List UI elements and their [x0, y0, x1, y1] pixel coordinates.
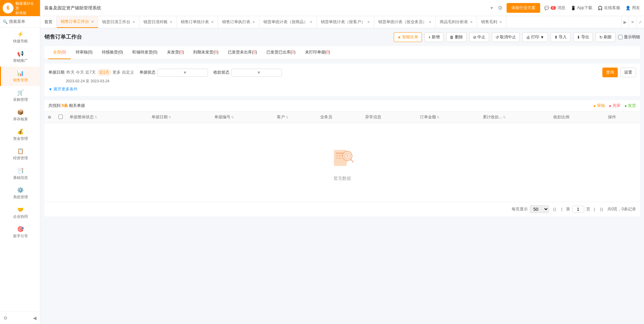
industry-btn[interactable]: 体验行业方案 — [507, 3, 540, 13]
sidebar-search[interactable]: 🔍 搜索菜单 — [0, 16, 40, 28]
tab-sales-exec[interactable]: 销售订单执行表 ✕ — [218, 16, 259, 28]
sort-icon-number: ⇅ — [231, 115, 234, 119]
filter-tab-pending-audit[interactable]: 待审核(0) — [71, 46, 97, 59]
tab-close-cash-daily[interactable]: ✕ — [132, 20, 135, 24]
tab-close-all-btn[interactable]: ✕ — [629, 16, 636, 28]
settings-bottom-icon[interactable]: ⚙ — [3, 315, 8, 321]
expand-filter-btn[interactable]: ▼ 展开更多条件 — [48, 86, 636, 92]
filter-tab-wangpu-pending[interactable]: 旺铺待发货(0) — [128, 46, 162, 59]
table-audit-btn[interactable]: ● 审核 — [593, 103, 605, 109]
settings-filter-btn[interactable]: 设置 — [620, 68, 636, 77]
sidebar-item-system[interactable]: ⚙️ 系统管理 — [0, 184, 40, 203]
smart-create-btn[interactable]: ★ 智能生单 — [394, 32, 422, 42]
app-download-btn[interactable]: 📱 App下载 — [571, 5, 592, 11]
tab-close-sales-summary-product[interactable]: ✕ — [310, 20, 312, 24]
date-7days[interactable]: 近7天 — [85, 70, 96, 75]
orders-table: ⚙ 单据整体状态 ⇅ — [44, 112, 640, 202]
filter-tab-not-printed[interactable]: 未打印单据(0) — [300, 46, 335, 59]
filter-tab-all[interactable]: 全部(0) — [48, 46, 71, 59]
filter-tab-shipped-out[interactable]: 已发货已出库(0) — [262, 46, 300, 59]
table-ship-btn[interactable]: ● 发货 — [625, 103, 636, 109]
filter-tab-not-shipped[interactable]: 未发货(0) — [162, 46, 189, 59]
page-first-btn[interactable]: ⟨⟨ — [552, 206, 558, 212]
select-all-checkbox[interactable] — [58, 115, 63, 119]
sidebar-item-operations[interactable]: 📋 经营管理 — [0, 145, 40, 164]
sort-collected[interactable]: 累计收款... ⇅ — [483, 114, 547, 120]
sort-customer[interactable]: 客户 ⇅ — [277, 114, 313, 120]
sort-amount[interactable]: 订单金额 ⇅ — [420, 114, 476, 120]
sidebar-item-purchase[interactable]: 🛒 采购管理 — [0, 86, 40, 106]
headset-icon: 🎧 — [598, 6, 603, 10]
date-more[interactable]: 更多 — [113, 70, 121, 75]
tab-sales-profit[interactable]: 销售毛利 ✕ — [477, 16, 506, 28]
tab-cash-reconcile[interactable]: 钱货日清对账 ✕ — [139, 16, 177, 28]
cancel-stop-btn[interactable]: ↺ 取消中止 — [492, 32, 520, 42]
date-custom[interactable]: 自定义 — [122, 70, 134, 75]
sort-status[interactable]: 单据整体状态 ⇅ — [70, 114, 145, 120]
tab-close-cash-reconcile[interactable]: ✕ — [170, 20, 172, 24]
delete-btn[interactable]: 🗑 删除 — [446, 32, 467, 42]
page-last-btn[interactable]: ⟩⟩ — [599, 206, 605, 212]
tab-close-sales-summary-staff[interactable]: ✕ — [429, 20, 431, 24]
online-service-btn[interactable]: 🎧 在线客服 — [598, 5, 620, 11]
sidebar-item-finance[interactable]: 💰 资金管理 — [0, 125, 40, 145]
show-detail-input[interactable] — [618, 35, 622, 39]
tab-home[interactable]: 首页 — [40, 16, 57, 28]
tab-sales-summary-product[interactable]: 销货单统计表（按商品） ✕ — [259, 16, 317, 28]
tab-close-gross-profit[interactable]: ✕ — [470, 20, 473, 24]
page-prev-btn[interactable]: ⟨ — [560, 206, 564, 212]
sidebar-item-enterprise[interactable]: 🤝 企业协同 — [0, 203, 40, 222]
tab-close-sales-stat[interactable]: ✕ — [211, 20, 214, 24]
gear-icon[interactable]: ⚙ — [498, 5, 503, 11]
collapse-icon[interactable]: ◀ — [33, 315, 37, 321]
date-range-display: 2023-02-24 至 2023-03-24 — [48, 79, 636, 84]
col-operation: 操作 — [605, 112, 640, 123]
tab-sales-stat[interactable]: 销售订单统计表 ✕ — [177, 16, 218, 28]
svg-line-7 — [351, 159, 353, 162]
sort-number[interactable]: 单据编号 ⇅ — [214, 114, 270, 120]
page-size-select[interactable]: 20 50 100 — [530, 205, 549, 213]
col-settings-icon[interactable]: ⚙ — [48, 115, 51, 120]
table-cancel-audit-btn[interactable]: ● 充审 — [609, 103, 620, 109]
tab-close-sales-summary-customer[interactable]: ✕ — [367, 20, 370, 24]
sidebar-item-basic-info[interactable]: 📑 基础信息 — [0, 164, 40, 184]
date-yesterday[interactable]: 昨天 — [67, 70, 75, 75]
search-btn[interactable]: 查询 — [602, 68, 618, 77]
filter-tab-pending-inspect[interactable]: 待拣验货(0) — [97, 46, 128, 59]
refresh-btn[interactable]: ↻ 刷新 — [596, 32, 615, 42]
tab-sales-summary-staff[interactable]: 销货单统计表（按业务员） ✕ — [374, 16, 436, 28]
filter-tab-shipped-not-out[interactable]: 已发货未出库(0) — [223, 46, 262, 59]
table-scroll: ⚙ 单据整体状态 ⇅ — [44, 112, 640, 202]
tab-cash-daily[interactable]: 钱货日清工作台 ✕ — [98, 16, 139, 28]
page-next-btn[interactable]: ⟩ — [592, 206, 597, 212]
import-btn[interactable]: ⬆ 导入 — [551, 32, 570, 42]
date-1month[interactable]: 近1月 — [97, 69, 112, 76]
tab-close-sales-workbench[interactable]: ✕ — [91, 20, 94, 24]
tab-scroll-right-btn[interactable]: ▶ — [621, 16, 629, 28]
sidebar-item-inventory[interactable]: 📦 库存核算 — [0, 106, 40, 125]
tab-close-sales-profit[interactable]: ✕ — [499, 20, 502, 24]
sidebar-item-new-guide[interactable]: 🎯 新手引导 — [0, 222, 40, 242]
tab-expand-btn[interactable]: ⤢ — [636, 16, 644, 28]
user-area[interactable]: 👤 用友 — [626, 5, 640, 11]
new-btn[interactable]: + 新增 — [425, 32, 443, 42]
status-select[interactable]: ▼ — [158, 69, 208, 77]
sidebar-item-quick-nav[interactable]: ⚡ 快捷导航 — [0, 28, 40, 47]
sidebar-item-sales[interactable]: 📊 销售管理 — [0, 67, 40, 86]
page-number-input[interactable] — [572, 206, 584, 213]
tab-sales-summary-customer[interactable]: 销货单统计表（按客户） ✕ — [317, 16, 374, 28]
show-detail-checkbox[interactable]: 显示明细 — [618, 34, 640, 40]
date-today[interactable]: 今天 — [76, 70, 84, 75]
tab-gross-profit[interactable]: 商品毛利分析表 ✕ — [436, 16, 477, 28]
print-btn[interactable]: 🖨 打印 ▼ — [522, 32, 548, 42]
tab-close-sales-exec[interactable]: ✕ — [252, 20, 255, 24]
sidebar-item-marketing[interactable]: 📢 营销推广 — [0, 47, 40, 67]
svg-rect-3 — [336, 155, 343, 156]
payment-select[interactable]: ▼ — [231, 69, 282, 77]
sort-date[interactable]: 单据日期 ⇅ — [152, 114, 208, 120]
stop-btn[interactable]: ⊘ 中止 — [469, 32, 489, 42]
tab-sales-workbench[interactable]: 销售订单工作台 ✕ — [57, 16, 98, 28]
filter-tab-overdue-not-shipped[interactable]: 到期未发货(0) — [188, 46, 223, 59]
export-btn[interactable]: ⬇ 导出 — [573, 32, 593, 42]
message-btn[interactable]: 💬 6 消息 — [544, 5, 565, 11]
